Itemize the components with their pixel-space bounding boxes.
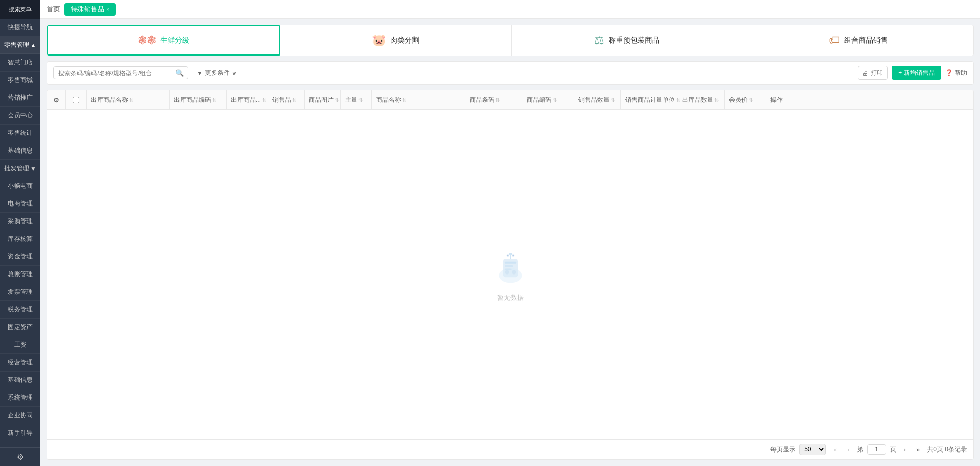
total-info: 共0页 0条记录: [927, 445, 967, 454]
sidebar-item-fund-mgmt[interactable]: 资金管理: [0, 248, 40, 266]
per-page-select[interactable]: 50 10 20 100: [799, 444, 826, 455]
topbar: 首页 特殊销售品 ×: [40, 0, 980, 19]
sidebar-item-retail-mall[interactable]: 零售商城: [0, 72, 40, 89]
active-tab[interactable]: 特殊销售品 ×: [64, 3, 116, 16]
sidebar-item-ecom-mgmt[interactable]: 电商管理: [0, 195, 40, 213]
help-button[interactable]: ❓ 帮助: [945, 68, 967, 77]
sidebar-item-purchase-mgmt[interactable]: 采购管理: [0, 213, 40, 230]
sort-icon[interactable]: ⇅: [292, 97, 296, 103]
settings-icon[interactable]: ⚙: [0, 447, 40, 466]
sort-icon[interactable]: ⇅: [358, 97, 363, 103]
sidebar-item-enterprise[interactable]: 企业协同: [0, 407, 40, 424]
toolbar: 🔍 ▼ 更多条件 ∨ 🖨 打印 + 新增销售品 ❓ 帮助: [47, 61, 974, 85]
sort-icon[interactable]: ⇅: [212, 97, 216, 103]
combo-icon: 🏷: [829, 34, 840, 47]
th-out-code: 出库商品编码 ⇅: [170, 90, 227, 109]
sort-icon[interactable]: ⇅: [402, 97, 406, 103]
sidebar-item-inventory[interactable]: 库存核算: [0, 230, 40, 248]
close-tab-icon[interactable]: ×: [106, 6, 109, 12]
sidebar-item-ops-mgmt[interactable]: 经营管理: [0, 354, 40, 372]
svg-point-12: [512, 255, 513, 256]
tab-scale-pack[interactable]: ⚖ 称重预包装商品: [512, 25, 743, 56]
select-all-checkbox[interactable]: [73, 97, 79, 103]
print-button[interactable]: 🖨 打印: [858, 66, 888, 80]
sidebar-item-quick-nav[interactable]: 快捷导航: [0, 19, 40, 36]
svg-point-6: [512, 270, 516, 275]
table-header: ⚙ 出库商品名称 ⇅ 出库商品编码 ⇅ 出库商品... ⇅: [47, 90, 973, 110]
tab-fresh-grade[interactable]: ❃❃ 生鲜分级: [47, 25, 280, 56]
svg-point-5: [505, 270, 509, 275]
sidebar-item-retail-stats[interactable]: 零售统计: [0, 125, 40, 142]
tab-label: 称重预包装商品: [609, 36, 659, 45]
th-img: 商品图片 ⇅: [305, 90, 341, 109]
th-label: 销售品数量: [578, 95, 610, 104]
meat-cut-icon: 🐷: [372, 34, 386, 47]
sidebar-item-sales-promo[interactable]: 营销推广: [0, 89, 40, 107]
th-label: 商品图片: [309, 95, 334, 104]
th-out-spec: 出库商品... ⇅: [227, 90, 268, 109]
th-label: 会员价: [729, 95, 748, 104]
printer-icon: 🖨: [862, 70, 868, 77]
sidebar-item-retail-mgmt[interactable]: 零售管理 ▲: [0, 36, 40, 54]
last-page-button[interactable]: »: [913, 445, 923, 455]
th-label: 商品条码: [470, 95, 494, 104]
sidebar-logo[interactable]: 搜索菜单: [0, 0, 40, 19]
svg-rect-2: [504, 262, 516, 264]
sidebar-item-labor[interactable]: 工资: [0, 336, 40, 354]
th-op: 操作: [766, 90, 797, 109]
th-sku: 商品编码 ⇅: [522, 90, 574, 109]
sidebar-item-sys-mgmt[interactable]: 系统管理: [0, 389, 40, 407]
sidebar-item-smart-store[interactable]: 智慧门店: [0, 54, 40, 72]
sidebar-item-tax-mgmt[interactable]: 税务管理: [0, 301, 40, 319]
page-label-prefix: 第: [857, 445, 863, 454]
empty-state: 暂无数据: [47, 110, 973, 439]
sort-icon[interactable]: ⇅: [335, 97, 339, 103]
th-unit: 销售商品计量单位 ⇅: [621, 90, 678, 109]
sidebar-item-fixed-assets[interactable]: 固定资产: [0, 319, 40, 336]
toolbar-right: 🖨 打印 + 新增销售品 ❓ 帮助: [858, 66, 967, 80]
th-out-name: 出库商品名称 ⇅: [87, 90, 170, 109]
sidebar-item-basic-info[interactable]: 基础信息: [0, 142, 40, 160]
prev-page-button[interactable]: ‹: [844, 445, 852, 455]
next-page-button[interactable]: ›: [901, 445, 909, 455]
sidebar-item-general-ledger[interactable]: 总账管理: [0, 266, 40, 283]
new-sale-button[interactable]: + 新增销售品: [892, 66, 941, 80]
sort-icon[interactable]: ⇅: [714, 97, 719, 103]
th-check[interactable]: [66, 90, 87, 109]
th-sale: 销售品 ⇅: [268, 90, 305, 109]
th-settings[interactable]: ⚙: [47, 90, 66, 109]
sidebar-item-member-center[interactable]: 会员中心: [0, 107, 40, 125]
per-page-label: 每页显示: [770, 445, 795, 454]
toolbar-left: 🔍 ▼ 更多条件 ∨: [53, 66, 241, 79]
filter-button[interactable]: ▼ 更多条件 ∨: [192, 66, 241, 79]
sort-icon[interactable]: ⇅: [749, 97, 753, 103]
search-box[interactable]: 🔍: [53, 66, 188, 79]
filter-icon: ▼: [197, 70, 203, 77]
fresh-grade-icon: ❃❃: [137, 34, 156, 47]
sort-icon[interactable]: ⇅: [262, 97, 266, 103]
th-sale-qty: 销售品数量 ⇅: [574, 90, 621, 109]
sort-icon[interactable]: ⇅: [553, 97, 557, 103]
th-label: 出库商品编码: [174, 95, 211, 104]
chevron-up-icon: ▲: [30, 42, 36, 49]
scale-pack-icon: ⚖: [594, 34, 604, 47]
th-name: 商品名称 ⇅: [372, 90, 465, 109]
tab-label: 特殊销售品: [71, 5, 104, 14]
first-page-button[interactable]: «: [830, 445, 840, 455]
sort-icon[interactable]: ⇅: [129, 97, 133, 103]
sidebar-item-new-guide[interactable]: 新手引导: [0, 424, 40, 442]
sidebar-item-wholesale-mgmt[interactable]: 批发管理 ▼: [0, 160, 40, 177]
tab-combo[interactable]: 🏷 组合商品销售: [742, 25, 973, 56]
sidebar-item-invoice-mgmt[interactable]: 发票管理: [0, 283, 40, 301]
sort-icon[interactable]: ⇅: [611, 97, 615, 103]
chevron-down-icon: ▼: [30, 165, 36, 172]
sort-icon[interactable]: ⇅: [495, 97, 500, 103]
current-page-input[interactable]: [867, 444, 886, 455]
home-link[interactable]: 首页: [47, 5, 60, 14]
tab-meat-cut[interactable]: 🐷 肉类分割: [280, 25, 512, 56]
th-label: 商品名称: [376, 95, 401, 104]
sidebar-item-mini-ecom[interactable]: 小畅电商: [0, 177, 40, 195]
content-area: ❃❃ 生鲜分级 🐷 肉类分割 ⚖ 称重预包装商品 🏷 组合商品销售 🔍: [40, 19, 980, 466]
search-input[interactable]: [58, 70, 173, 77]
sidebar-item-basic-info2[interactable]: 基础信息: [0, 372, 40, 389]
